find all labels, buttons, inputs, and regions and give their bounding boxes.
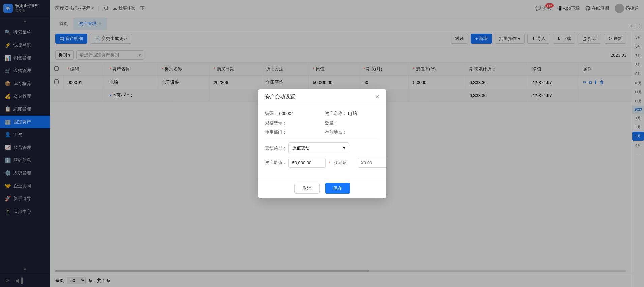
after-value-input[interactable] xyxy=(358,158,386,168)
dialog-title: 资产变动设置 xyxy=(265,94,295,100)
field-code: 编码： 000001 xyxy=(265,110,319,117)
code-value: 000001 xyxy=(279,111,294,116)
dialog-row-2: 规格型号： 数量： xyxy=(265,120,379,126)
field-asset-name: 资产名称： 电脑 xyxy=(325,110,379,117)
change-type-label: 变动类型： xyxy=(265,145,288,151)
change-type-arrow: ▾ xyxy=(343,145,345,150)
change-type-value: 原值变动 xyxy=(292,145,310,151)
asset-value-input[interactable] xyxy=(288,158,326,168)
change-type-select[interactable]: 原值变动 ▾ xyxy=(288,142,349,153)
field-location: 存放地点： xyxy=(325,129,379,135)
dialog-header: 资产变动设置 ✕ xyxy=(258,89,386,105)
save-button[interactable]: 保存 xyxy=(325,183,350,194)
after-label: 变动后： xyxy=(334,160,358,166)
asset-name-label: 资产名称： xyxy=(325,110,347,117)
dialog-close-btn[interactable]: ✕ xyxy=(375,94,379,100)
dialog-overlay: 资产变动设置 ✕ 编码： 000001 资产名称： 电脑 规格型号： xyxy=(0,0,644,287)
field-quantity: 数量： xyxy=(325,120,379,126)
dialog-row-3: 使用部门： 存放地点： xyxy=(265,129,379,135)
field-dept: 使用部门： xyxy=(265,129,319,135)
dialog-footer: 取消 保存 xyxy=(258,178,386,198)
spec-label: 规格型号： xyxy=(265,120,287,126)
dialog-row-1: 编码： 000001 资产名称： 电脑 xyxy=(265,110,379,117)
asset-change-dialog: 资产变动设置 ✕ 编码： 000001 资产名称： 电脑 规格型号： xyxy=(258,89,386,198)
form-row-change-type: 变动类型： 原值变动 ▾ xyxy=(265,142,379,153)
code-label: 编码： xyxy=(265,110,278,117)
form-row-values: 资产原值： * 变动后： xyxy=(265,158,379,168)
quantity-label: 数量： xyxy=(325,120,338,126)
asset-value-label: 资产原值： xyxy=(265,160,288,166)
dialog-body: 编码： 000001 资产名称： 电脑 规格型号： 数量： xyxy=(258,105,386,178)
asset-name-value: 电脑 xyxy=(348,110,357,117)
field-spec: 规格型号： xyxy=(265,120,319,126)
required-star: * xyxy=(329,160,331,165)
cancel-button[interactable]: 取消 xyxy=(294,183,320,194)
location-label: 存放地点： xyxy=(325,129,347,135)
dept-label: 使用部门： xyxy=(265,129,287,135)
